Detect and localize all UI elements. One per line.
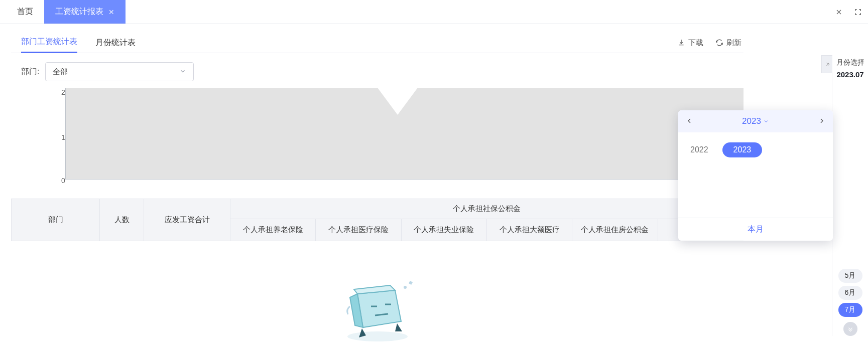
svg-point-0 [347,331,408,341]
month-panel-title: 月份选择 [836,58,864,67]
month-side-panel: 月份选择 2023.07 5月 6月 7月 [832,55,868,336]
chart-dip [378,88,418,115]
download-icon [677,39,685,47]
fullscreen-icon[interactable] [852,6,864,18]
chevron-down-icon [763,118,769,124]
col-dept: 部门 [12,199,100,241]
month-pill-5[interactable]: 5月 [838,269,862,283]
collapse-side-panel-button[interactable] [821,55,832,73]
top-tab-home-label: 首页 [17,7,33,17]
refresh-button[interactable]: 刷新 [715,38,741,48]
year-picker-header: 2023 [678,110,833,132]
download-button[interactable]: 下载 [677,38,703,48]
top-tab-salary-report-label: 工资统计报表 [55,7,103,17]
col-medical: 个人承担医疗保险 [316,219,401,241]
year-picker-popover: 2023 2022 2023 本月 [678,110,833,241]
month-pill-7[interactable]: 7月 [838,303,862,317]
year-option-2023[interactable]: 2023 [722,142,763,157]
svg-rect-8 [408,281,412,285]
dept-select[interactable]: 全部 [45,62,194,81]
year-current-button[interactable]: 2023 [742,116,769,126]
refresh-label: 刷新 [726,38,741,48]
empty-state [11,241,743,346]
col-housing-fund: 个人承担住房公积金 [572,219,658,241]
year-options: 2022 2023 [678,132,833,218]
empty-illustration [335,271,420,346]
tab-dept-salary[interactable]: 部门工资统计表 [21,32,77,53]
top-right-actions [833,0,864,24]
dept-select-value: 全部 [53,67,68,77]
chart-fill [65,88,743,180]
chevron-down-icon [179,68,186,76]
month-pill-6[interactable]: 6月 [838,286,862,300]
filter-row: 部门: 全部 [11,53,868,88]
col-group-personal-ss: 个人承担社保公积金 [230,199,743,219]
col-gross: 应发工资合计 [144,199,230,241]
year-option-2022[interactable]: 2022 [690,145,708,154]
top-tab-bar: 首页 工资统计报表 ✕ [0,0,868,24]
refresh-icon [715,39,723,47]
top-tab-home[interactable]: 首页 [6,0,44,24]
close-all-tabs-icon[interactable] [833,6,845,18]
top-tab-salary-report[interactable]: 工资统计报表 ✕ [44,0,126,24]
month-panel-value: 2023.07 [836,70,863,79]
year-prev-icon[interactable] [685,117,693,126]
scroll-down-icon[interactable] [843,322,857,336]
page-body: 部门工资统计表 月份统计表 下载 刷新 部门: 全部 200 100 0 [0,24,868,354]
chart-area: 200 100 0 [39,88,743,187]
col-pension: 个人承担养老保险 [230,219,316,241]
sub-actions: 下载 刷新 [677,32,741,53]
download-label: 下载 [688,38,703,48]
dept-label: 部门: [21,67,39,77]
svg-marker-1 [357,290,401,327]
salary-table: 部门 人数 应发工资合计 个人承担社保公积金 个人承担养老保险 个人承担医疗保险… [11,199,743,346]
sub-tab-bar: 部门工资统计表 月份统计表 下载 刷新 [11,32,743,53]
svg-point-7 [404,286,407,289]
col-unemployment: 个人承担失业保险 [401,219,486,241]
year-next-icon[interactable] [818,117,826,126]
year-current-label: 2023 [742,116,761,126]
col-count: 人数 [100,199,144,241]
close-icon[interactable]: ✕ [108,8,114,16]
tab-month-stat[interactable]: 月份统计表 [95,33,136,53]
year-picker-this-month-button[interactable]: 本月 [678,218,833,241]
col-major-medical: 个人承担大额医疗 [486,219,572,241]
